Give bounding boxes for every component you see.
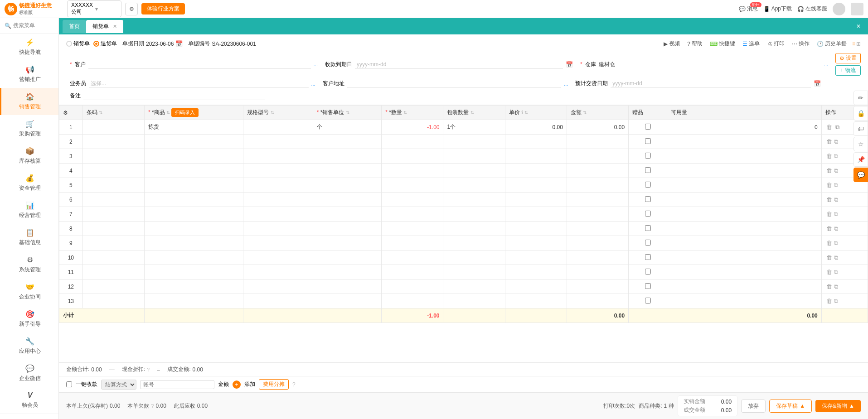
salesperson-dots-btn[interactable]: ... [311,81,315,87]
rf-lock-btn[interactable]: 🔒 [853,106,868,120]
row-1-unit[interactable]: 个 [313,120,382,135]
sidebar-item-sales[interactable]: 🏠 销售管理 [0,88,58,115]
sort-spec-icon[interactable]: ⇅ [271,110,274,115]
sidebar-item-marketing[interactable]: 📢 营销推广 [0,61,58,88]
customer-addr-input[interactable] [347,79,562,88]
sidebar-item-wechat[interactable]: 💬 企业微信 [0,360,58,387]
sort-product-icon[interactable]: ⇅ [166,110,170,115]
footer-available: 0.00 [667,308,822,323]
tab-close-icon[interactable]: ✕ [113,24,117,29]
sidebar-item-purchase[interactable]: 🛒 采购管理 [0,115,58,142]
tab-home[interactable]: 首页 [63,20,86,33]
row-1-barcode[interactable] [82,120,144,135]
sort-barcode-icon[interactable]: ⇅ [99,110,102,115]
sidebar-label-operation: 经营管理 [19,212,41,219]
sidebar-item-enterprise[interactable]: 🤝 企业协同 [0,278,58,305]
sidebar-item-guide[interactable]: 🎯 新手引导 [0,305,58,332]
date-calendar-icon[interactable]: 📅 [175,40,183,47]
due-date-calendar-icon[interactable]: 📅 [566,61,573,68]
row-1-price[interactable]: 0.00 [505,120,567,135]
company-selector[interactable]: XXXXXX公司 ▾ [67,0,121,17]
row-1-product[interactable]: 拣货 [144,120,243,135]
message-btn[interactable]: 💬 消息 99+ [739,5,758,13]
sort-price-icon[interactable]: ⇅ [524,110,528,115]
radio-return-order[interactable]: 退货单 [93,40,117,48]
total-owe-info-icon[interactable]: ? [151,403,154,409]
payment-help-icon[interactable]: ? [292,381,296,388]
sidebar-item-finance[interactable]: 💰 资金管理 [0,169,58,197]
discount-info-icon[interactable]: ? [147,367,150,372]
help-btn[interactable]: ? 帮助 [685,39,704,48]
remark-input[interactable] [83,92,265,100]
row-1-pkg-qty[interactable]: 1个 [443,120,505,135]
payment-add-btn[interactable]: + [233,380,241,389]
video-btn[interactable]: ▶ 视频 [662,39,682,48]
sort-unit-icon[interactable]: ⇅ [346,110,349,115]
trial-btn[interactable]: 体验行业方案 [141,3,185,14]
payment-account-input[interactable] [140,380,214,389]
tab-sales-order[interactable]: 销货单 ✕ [86,20,123,33]
row-1-delete-icon[interactable]: 🗑 [826,124,832,130]
row-1-amount[interactable]: 0.00 [567,120,628,135]
rf-edit-btn[interactable]: ✏ [853,91,868,105]
logistics-btn[interactable]: + 物流 [835,65,861,76]
expense-btn[interactable]: 费用分摊 [259,379,289,390]
row-1-spec[interactable] [243,120,313,135]
rf-tag-btn[interactable]: 🏷 [853,121,868,136]
row-1-gift[interactable] [629,120,667,135]
rf-star-btn[interactable]: ☆ [853,137,868,151]
sort-pkg-icon[interactable]: ⇅ [470,110,474,115]
user-avatar[interactable] [833,3,845,15]
history-btn[interactable]: 🕐 历史单据 [815,39,849,48]
print-btn[interactable]: 🖨 打印 [765,39,786,48]
tab-close-btn[interactable]: ✕ [853,23,864,29]
settings-gear-btn[interactable]: ⚙ [125,3,138,15]
expected-date-calendar-icon[interactable]: 📅 [814,80,821,87]
sidebar-item-system[interactable]: ⚙ 系统管理 [0,251,58,278]
shortcut-btn[interactable]: ⌨ 快捷键 [708,39,737,48]
row-2-copy-icon[interactable]: ⧉ [834,138,838,145]
sidebar-item-inventory[interactable]: 📦 库存核算 [0,142,58,169]
sidebar-item-basic[interactable]: 📋 基础信息 [0,224,58,251]
select-btn[interactable]: ☰ 选单 [741,39,761,48]
scan-input-btn[interactable]: 扫码录入 [171,108,199,117]
operate-btn[interactable]: ⋯ 操作 [790,39,811,48]
row-1-copy-icon[interactable]: ⧉ [835,124,839,130]
settings-btn[interactable]: ⚙ 设置 [835,53,861,63]
due-date-input[interactable] [355,60,563,69]
sidebar-item-operation[interactable]: 📊 经营管理 [0,197,58,224]
discard-btn[interactable]: 放弃 [741,400,766,413]
one-click-checkbox[interactable] [66,381,72,387]
radio-sales-order[interactable]: 销货单 [66,40,90,48]
transaction-value: 0.00 [193,366,203,373]
online-service-btn[interactable]: 🎧 在线客服 [797,5,827,13]
row-1-quantity[interactable]: -1.00 [382,120,443,135]
customer-input[interactable] [88,60,311,69]
save-draft-btn[interactable]: 保存草稿 ▲ [769,400,812,413]
price-info-icon[interactable]: ℹ [521,110,523,115]
customer-dots-btn[interactable]: ... [314,62,318,67]
th-settings[interactable]: ⚙ [59,106,83,120]
actual-amount-label: 实销金额 [684,398,705,405]
sidebar-item-member[interactable]: V 畅会员 [0,387,58,414]
headset-icon: 🎧 [797,6,804,12]
expected-date-input[interactable] [611,79,811,88]
customer-addr-dots-btn[interactable]: ... [564,81,568,87]
app-download-btn[interactable]: 📱 App下载 [763,5,792,13]
payment-method-select[interactable]: 结算方式 [101,380,136,390]
sort-amount-icon[interactable]: ⇅ [583,110,587,115]
rf-chat-btn[interactable]: 💬 [853,168,868,182]
list-view-btn[interactable]: ≡ [852,41,855,47]
save-new-btn[interactable]: 保存&新增 ▲ [815,400,861,412]
sidebar-item-appstore[interactable]: 🔧 应用中心 [0,332,58,360]
rf-pin-btn[interactable]: 📌 [853,152,868,167]
sidebar-item-quick-nav[interactable]: ⚡ 快捷导航 [0,34,58,61]
sidebar-search[interactable]: 🔍 搜索菜单 [0,18,58,34]
row-2-delete-icon[interactable]: 🗑 [826,138,832,145]
salesperson-input[interactable] [89,79,309,88]
user-menu-btn[interactable] [851,3,863,15]
warehouse-dots-btn[interactable]: ... [824,62,828,67]
grid-view-btn[interactable]: ⊞ [856,41,861,47]
row-1-gift-checkbox[interactable] [645,124,651,130]
sort-qty-icon[interactable]: ⇅ [403,110,407,115]
